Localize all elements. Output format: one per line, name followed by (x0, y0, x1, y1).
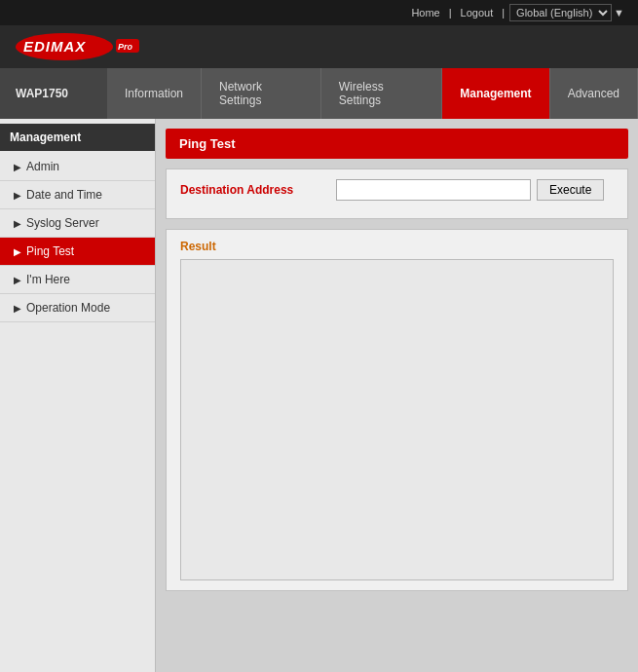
language-select[interactable]: Global (English) (509, 4, 612, 21)
sidebar-item-admin[interactable]: ▶ Admin (0, 153, 155, 181)
device-name: WAP1750 (0, 68, 107, 119)
nav-items: Information Network Settings Wireless Se… (107, 68, 638, 119)
sidebar-item-label: Operation Mode (26, 301, 110, 315)
chevron-down-icon: ▼ (614, 7, 624, 19)
sidebar-item-date-and-time[interactable]: ▶ Date and Time (0, 181, 155, 209)
sidebar-item-label: Date and Time (26, 188, 102, 202)
separator2: | (502, 7, 505, 19)
arrow-icon: ▶ (14, 275, 21, 285)
svg-text:Pro: Pro (118, 42, 133, 52)
home-link[interactable]: Home (411, 7, 439, 19)
ping-test-form: Destination Address Execute (166, 168, 628, 219)
nav-item-network-settings[interactable]: Network Settings (202, 68, 321, 119)
sidebar-item-operation-mode[interactable]: ▶ Operation Mode (0, 294, 155, 322)
logobar: EDIMAX Pro (0, 25, 638, 68)
nav-item-advanced[interactable]: Advanced (550, 68, 638, 119)
svg-text:EDIMAX: EDIMAX (23, 38, 86, 55)
brand-logo: EDIMAX Pro (14, 31, 140, 62)
page-title: Ping Test (166, 129, 628, 159)
arrow-icon: ▶ (14, 246, 21, 257)
logout-link[interactable]: Logout (461, 7, 494, 19)
arrow-icon: ▶ (14, 162, 21, 172)
sidebar-item-label: Ping Test (26, 244, 74, 258)
arrow-icon: ▶ (14, 303, 21, 314)
result-label: Result (180, 240, 614, 253)
sidebar-item-label: I'm Here (26, 273, 70, 286)
arrow-icon: ▶ (14, 190, 21, 201)
result-box: Result (166, 229, 628, 591)
main-layout: Management ▶ Admin ▶ Date and Time ▶ Sys… (0, 119, 638, 672)
sidebar-item-label: Admin (26, 160, 59, 173)
logo-svg: EDIMAX Pro (14, 31, 140, 62)
execute-button[interactable]: Execute (537, 179, 604, 201)
nav-item-information[interactable]: Information (107, 68, 202, 119)
sidebar-item-syslog-server[interactable]: ▶ Syslog Server (0, 209, 155, 238)
sidebar-item-ping-test[interactable]: ▶ Ping Test (0, 238, 155, 266)
destination-row: Destination Address Execute (180, 179, 614, 201)
sidebar-item-im-here[interactable]: ▶ I'm Here (0, 266, 155, 294)
sidebar: Management ▶ Admin ▶ Date and Time ▶ Sys… (0, 119, 156, 672)
navbar: WAP1750 Information Network Settings Wir… (0, 68, 638, 119)
sidebar-item-label: Syslog Server (26, 216, 99, 230)
topbar: Home | Logout | Global (English) ▼ (0, 0, 638, 25)
nav-item-management[interactable]: Management (442, 68, 549, 119)
nav-item-wireless-settings[interactable]: Wireless Settings (321, 68, 443, 119)
destination-label: Destination Address (180, 183, 336, 197)
arrow-icon: ▶ (14, 218, 21, 229)
result-area (180, 259, 614, 580)
content-area: Ping Test Destination Address Execute Re… (156, 119, 638, 672)
destination-input[interactable] (336, 179, 531, 201)
sidebar-section-header: Management (0, 124, 155, 151)
separator1: | (449, 7, 452, 19)
